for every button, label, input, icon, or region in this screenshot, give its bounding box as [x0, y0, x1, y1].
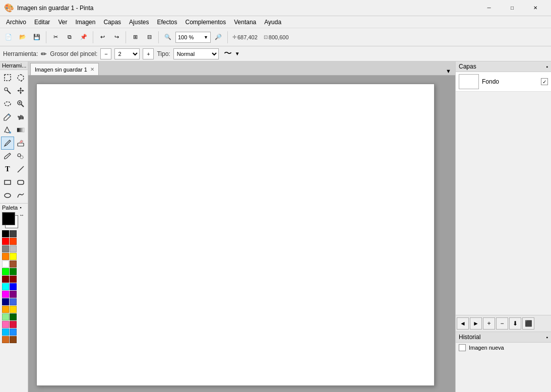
- history-panel-collapse-icon[interactable]: ▪: [546, 335, 548, 340]
- palette-color-swatch[interactable]: [10, 336, 17, 343]
- gradient-tool[interactable]: [14, 123, 27, 137]
- color-swap-icon[interactable]: ↔: [19, 212, 24, 218]
- palette-color-swatch[interactable]: [2, 238, 9, 245]
- palette-color-swatch[interactable]: [10, 298, 17, 305]
- brush-tool[interactable]: [1, 150, 14, 163]
- palette-color-swatch[interactable]: [2, 321, 9, 328]
- drawing-canvas[interactable]: [36, 84, 435, 386]
- delete-layer-button[interactable]: −: [496, 317, 508, 330]
- palette-color-swatch[interactable]: [10, 329, 17, 336]
- brush-size-increase[interactable]: +: [143, 48, 154, 59]
- brush-size-select[interactable]: 2 4 6 8 10: [114, 48, 140, 59]
- lasso-select-tool[interactable]: [14, 71, 27, 84]
- flatten-button[interactable]: ⬛: [522, 317, 534, 330]
- palette-color-swatch[interactable]: [2, 283, 9, 290]
- move-tool[interactable]: [14, 84, 27, 97]
- palette-color-swatch[interactable]: [2, 306, 9, 313]
- menu-efectos[interactable]: Efectos: [153, 17, 181, 28]
- palette-color-swatch[interactable]: [2, 276, 9, 283]
- palette-color-swatch[interactable]: [10, 268, 17, 275]
- palette-color-swatch[interactable]: [2, 291, 9, 298]
- undo-button[interactable]: ↩: [96, 31, 109, 44]
- palette-color-swatch[interactable]: [10, 306, 17, 313]
- open-button[interactable]: 📂: [16, 31, 29, 44]
- menu-complementos[interactable]: Complementos: [181, 17, 230, 28]
- pencil-tool[interactable]: [1, 137, 14, 150]
- palette-color-swatch[interactable]: [10, 253, 17, 260]
- brush-size-decrease[interactable]: −: [100, 48, 111, 59]
- zoom-tool[interactable]: [14, 97, 27, 110]
- add-layer-button[interactable]: +: [483, 317, 495, 330]
- zoom-out-button[interactable]: 🔎: [212, 31, 225, 44]
- foreground-color-swatch[interactable]: [2, 212, 15, 225]
- palette-color-swatch[interactable]: [2, 336, 9, 343]
- save-button[interactable]: 💾: [30, 31, 43, 44]
- zoom-selector[interactable]: 100 % ▼: [175, 32, 211, 43]
- resize-button[interactable]: ⊟: [143, 31, 156, 44]
- menu-editar[interactable]: Editar: [30, 17, 54, 28]
- palette-color-swatch[interactable]: [2, 230, 9, 237]
- maximize-button[interactable]: □: [501, 0, 524, 16]
- new-button[interactable]: 📄: [2, 31, 15, 44]
- palette-color-swatch[interactable]: [2, 268, 9, 275]
- history-item-new-image[interactable]: Imagen nueva: [456, 343, 551, 353]
- menu-ayuda[interactable]: Ayuda: [260, 17, 285, 28]
- move-layer-down-button[interactable]: ◄: [457, 317, 469, 330]
- palette-color-swatch[interactable]: [2, 260, 9, 268]
- palette-color-swatch[interactable]: [2, 245, 9, 252]
- menu-ver[interactable]: Ver: [54, 17, 71, 28]
- palette-color-swatch[interactable]: [10, 283, 17, 290]
- ellipse-tool[interactable]: [1, 189, 14, 202]
- curve-dropdown-icon[interactable]: ▼: [235, 51, 240, 56]
- palette-color-swatch[interactable]: [2, 298, 9, 305]
- menu-ajustes[interactable]: Ajustes: [125, 17, 153, 28]
- palette-color-swatch[interactable]: [10, 260, 17, 268]
- close-button[interactable]: ✕: [524, 0, 547, 16]
- color-picker-tool[interactable]: [1, 110, 14, 123]
- eraser-tool[interactable]: [14, 137, 27, 150]
- layers-panel-collapse-icon[interactable]: ▪: [546, 64, 548, 70]
- clone-tool[interactable]: [14, 150, 27, 163]
- palette-color-swatch[interactable]: [10, 313, 17, 320]
- layer-visibility-check[interactable]: ✓: [541, 78, 548, 85]
- zoom-in-button[interactable]: 🔍: [161, 31, 174, 44]
- merge-down-button[interactable]: ⬇: [509, 317, 521, 330]
- ellipse-select-tool[interactable]: [1, 97, 14, 110]
- canvas-tab-1[interactable]: Imagen sin guardar 1 ✕: [30, 63, 99, 75]
- palette-color-swatch[interactable]: [2, 329, 9, 336]
- tab-close-button[interactable]: ✕: [90, 67, 94, 72]
- menu-capas[interactable]: Capas: [99, 17, 125, 28]
- menu-ventana[interactable]: Ventana: [230, 17, 260, 28]
- palette-color-swatch[interactable]: [10, 245, 17, 252]
- minimize-button[interactable]: ─: [477, 0, 501, 16]
- crop-button[interactable]: ⊞: [129, 31, 142, 44]
- palette-color-swatch[interactable]: [10, 321, 17, 328]
- line-tool[interactable]: [14, 163, 27, 176]
- tab-dropdown-button[interactable]: ▼: [444, 67, 453, 75]
- palette-color-swatch[interactable]: [10, 276, 17, 283]
- brush-type-select[interactable]: Normal Pluma Acuarela Tiza: [173, 48, 219, 59]
- palette-color-swatch[interactable]: [10, 238, 17, 245]
- palette-collapse-icon[interactable]: ▪: [20, 205, 21, 210]
- copy-button[interactable]: ⧉: [63, 31, 76, 44]
- layer-item-fondo[interactable]: Fondo ✓: [456, 72, 551, 92]
- magic-wand-tool[interactable]: [1, 84, 14, 97]
- palette-color-swatch[interactable]: [10, 230, 17, 237]
- rect-tool[interactable]: [1, 176, 14, 189]
- freeform-tool[interactable]: [14, 189, 27, 202]
- hand-tool[interactable]: [14, 110, 27, 123]
- move-layer-up-button[interactable]: ►: [470, 317, 482, 330]
- menu-imagen[interactable]: Imagen: [71, 17, 99, 28]
- menu-archivo[interactable]: Archivo: [2, 17, 30, 28]
- cut-button[interactable]: ✂: [49, 31, 62, 44]
- rounded-rect-tool[interactable]: [14, 176, 27, 189]
- rect-select-tool[interactable]: [1, 71, 14, 84]
- text-tool[interactable]: T: [1, 163, 14, 176]
- paste-button[interactable]: 📌: [77, 31, 90, 44]
- svg-line-3: [7, 90, 11, 94]
- palette-color-swatch[interactable]: [2, 313, 9, 320]
- palette-color-swatch[interactable]: [10, 291, 17, 298]
- paint-bucket-tool[interactable]: [1, 123, 14, 137]
- redo-button[interactable]: ↪: [110, 31, 123, 44]
- palette-color-swatch[interactable]: [2, 253, 9, 260]
